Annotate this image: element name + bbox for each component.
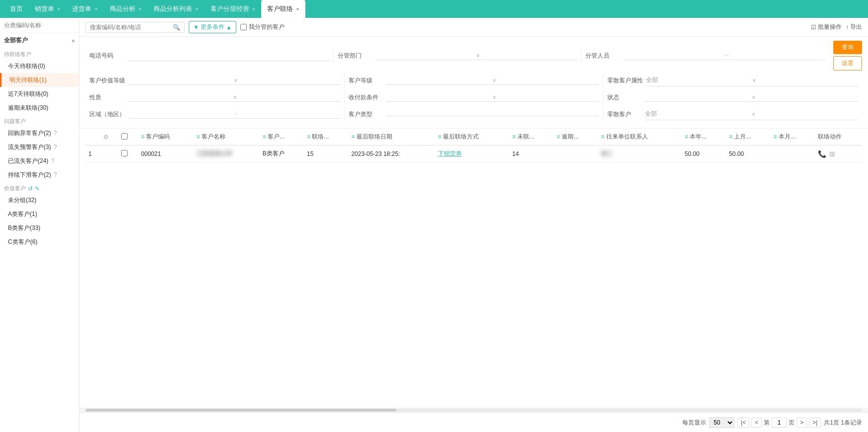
setting-button[interactable]: 设置 — [833, 56, 862, 71]
close-icon[interactable]: × — [296, 6, 299, 12]
col-not-contact-header[interactable]: ≡ 未联... — [509, 129, 553, 145]
row-checkbox[interactable] — [121, 150, 128, 156]
retail-attr-label: 零散客户属性 — [607, 76, 643, 85]
sidebar-item-class-a[interactable]: A类客户(1) — [0, 207, 79, 221]
export-icon: ↑ — [846, 24, 849, 31]
retail-attr-select[interactable]: 全部 ∨ — [646, 74, 858, 86]
sidebar-item-overdue-contact[interactable]: 逾期未联络(30) — [0, 101, 79, 115]
payment-select[interactable]: ∨ — [386, 93, 599, 102]
sidebar-search-input[interactable] — [4, 22, 78, 29]
col-code-header[interactable]: ≡ 客户编码 — [138, 129, 194, 145]
sidebar-item-ungrouped[interactable]: 未分组(32) — [0, 193, 79, 207]
nav-purchase[interactable]: 进货单 × — [66, 0, 103, 18]
dept-label: 分管部门 — [338, 52, 372, 60]
sidebar-item-class-c[interactable]: C类客户(6) — [0, 235, 79, 249]
more-filter-button[interactable]: ▼ 更多条件 ▲ — [189, 21, 236, 33]
nav-product-analysis[interactable]: 商品分析 × — [104, 0, 147, 18]
search-input[interactable] — [90, 24, 173, 31]
query-button[interactable]: 查询 — [833, 41, 862, 54]
status-select[interactable]: ∨ — [645, 93, 858, 102]
help-icon: ? — [51, 157, 55, 164]
manager-select[interactable]: ··· — [623, 51, 825, 60]
next-page-button[interactable]: > — [796, 418, 807, 428]
region-select[interactable]: ··· — [128, 110, 340, 119]
filter-gender: 性质 ∨ — [85, 93, 344, 102]
nav-sales[interactable]: 销货单 × — [29, 0, 66, 18]
sidebar-item-today-contact[interactable]: 今天待联络(0) — [0, 59, 79, 73]
grid-action-icon[interactable]: ⊞ — [829, 150, 835, 158]
nav-product-list[interactable]: 商品分析列表 × — [147, 0, 204, 18]
close-icon[interactable]: × — [94, 6, 97, 12]
horizontal-scrollbar[interactable] — [79, 408, 868, 413]
col-checkbox-header[interactable] — [118, 129, 138, 145]
cell-unit-contact: 张三 — [598, 145, 682, 162]
dept-select[interactable]: ∨ — [375, 51, 578, 60]
col-unit-contact-header[interactable]: ≡ 往来单位联系人 — [598, 129, 682, 145]
action-icons: 📞 ⊞ — [818, 150, 859, 158]
customer-grade-select[interactable]: ∨ — [386, 76, 599, 85]
sort-icon: ≡ — [512, 133, 515, 140]
current-page-input[interactable] — [772, 418, 787, 428]
col-contact-header[interactable]: ≡ 联络... — [304, 129, 348, 145]
col-name-header[interactable]: ≡ 客户名称 — [194, 129, 260, 145]
cell-checkbox[interactable] — [118, 145, 138, 162]
toolbar-right: ☑ 批量操作 ↑ 导出 — [811, 23, 862, 31]
sidebar-item-declining[interactable]: 持续下滑客户(2) ? — [0, 168, 79, 182]
phone-action-icon[interactable]: 📞 — [818, 150, 826, 158]
gender-select[interactable]: ∨ — [127, 93, 340, 102]
sidebar-item-class-b[interactable]: B类客户(33) — [0, 221, 79, 235]
sidebar-item-7day-contact[interactable]: 近7天待联络(0) — [0, 87, 79, 101]
close-icon[interactable]: × — [195, 6, 198, 12]
col-type-header[interactable]: ≡ 客户... — [260, 129, 304, 145]
my-customers-checkbox-label[interactable]: 我分管的客户 — [240, 23, 285, 31]
page-size-select[interactable]: 50 100 — [709, 417, 734, 428]
customer-type-select[interactable] — [386, 113, 599, 116]
sidebar-item-tomorrow-contact[interactable]: 明天待联络(1) — [0, 73, 79, 87]
prev-page-button[interactable]: < — [751, 418, 762, 428]
batch-operation-button[interactable]: ☑ 批量操作 — [811, 23, 842, 31]
nav-customer-contact[interactable]: 客户联络 × — [261, 0, 305, 18]
col-last-contact-date-header[interactable]: ≡ 最后联络日期 — [348, 129, 435, 145]
scrollbar-thumb[interactable] — [85, 409, 396, 412]
col-last-contact-method-header[interactable]: ≡ 最后联络方式 — [435, 129, 509, 145]
customer-value-select[interactable]: ∨ — [128, 76, 340, 85]
phone-input[interactable] — [127, 51, 329, 61]
page-label-pre: 第 — [764, 419, 770, 427]
sidebar-item-repurchase-abnormal[interactable]: 回购异常客户(2) ? — [0, 126, 79, 140]
my-customers-checkbox[interactable] — [240, 24, 247, 30]
nav-home[interactable]: 首页 — [4, 0, 29, 18]
sort-icon: ≡ — [601, 133, 604, 140]
retail-customer-select[interactable]: 全部 ∨ — [645, 108, 858, 120]
nav-customer-tier[interactable]: 客户分层经营 × — [205, 0, 261, 18]
content-area: 🔍 ▼ 更多条件 ▲ 我分管的客户 ☑ 批量操作 ↑ 导出 — [79, 18, 868, 432]
col-this-year-header[interactable]: ≡ 本年... — [682, 129, 726, 145]
col-this-month-header[interactable]: ≡ 本月... — [770, 129, 814, 145]
export-button[interactable]: ↑ 导出 — [846, 23, 862, 31]
close-icon[interactable]: × — [57, 6, 60, 12]
search-icon[interactable]: 🔍 — [173, 24, 180, 31]
cell-not-contact: 14 — [509, 145, 553, 162]
sort-icon: ≡ — [729, 133, 732, 140]
gender-label: 性质 — [89, 93, 124, 102]
page-label-post: 页 — [789, 419, 795, 427]
sidebar-item-churn-warning[interactable]: 流失预警客户(3) ? — [0, 140, 79, 154]
edit-icon[interactable]: ✎ — [35, 185, 40, 192]
filter-row-4: 区域（地区） ··· 客户类型 零散客户 — [85, 107, 862, 121]
sidebar-all-customers[interactable]: 全部客户 « — [0, 33, 79, 48]
cell-gear — [100, 145, 118, 162]
cell-last-contact-method[interactable]: 下销货单 — [435, 145, 509, 162]
col-last-month-header[interactable]: ≡ 上月... — [726, 129, 770, 145]
sort-icon: ≡ — [351, 133, 355, 140]
close-icon[interactable]: × — [139, 6, 142, 12]
first-page-button[interactable]: |< — [737, 418, 749, 428]
col-overdue-header[interactable]: ≡ 逾期... — [554, 129, 598, 145]
sort-icon: ≡ — [438, 133, 441, 140]
region-label: 区域（地区） — [89, 110, 125, 119]
cell-type: B类客户 — [260, 145, 304, 162]
col-gear[interactable]: ⚙ — [100, 129, 118, 145]
last-page-button[interactable]: >| — [809, 418, 821, 428]
close-icon[interactable]: × — [252, 6, 255, 12]
refresh-icon[interactable]: ↺ — [28, 185, 33, 192]
sidebar-item-churned[interactable]: 已流失客户(24) ? — [0, 154, 79, 168]
select-all-checkbox[interactable] — [121, 133, 128, 140]
